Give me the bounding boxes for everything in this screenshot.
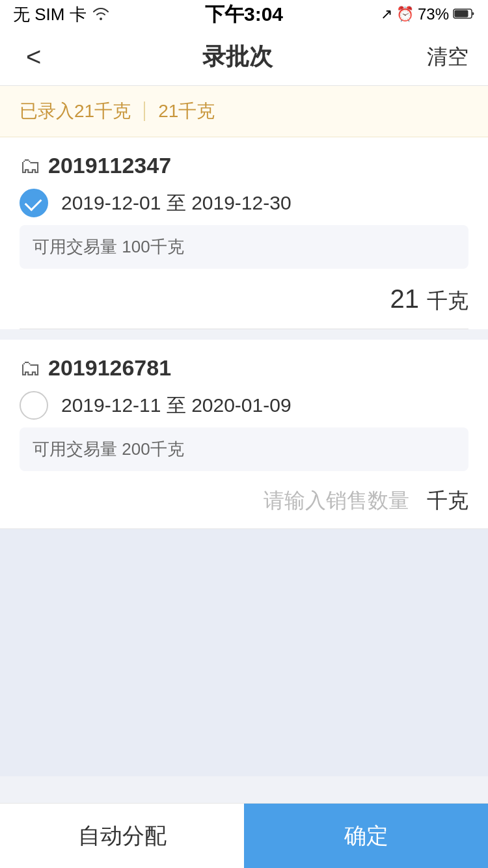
page-title: 录批次 xyxy=(202,41,273,73)
batch-radio-1[interactable] xyxy=(20,189,48,217)
batch-date-row-2[interactable]: 2019-12-11 至 2020-01-09 xyxy=(0,388,488,427)
nav-bar: < 录批次 清空 xyxy=(0,29,488,86)
battery-icon xyxy=(453,5,475,23)
batch-available-1: 可用交易量 100千克 xyxy=(20,225,468,269)
batch-separator xyxy=(0,329,488,340)
recorded-label: 已录入21千克 xyxy=(20,99,131,124)
info-banner: 已录入21千克 21千克 xyxy=(0,86,488,137)
batch-item-2: 🗂 2019126781 2019-12-11 至 2020-01-09 可用交… xyxy=(0,340,488,529)
batch-date-2: 2019-12-11 至 2020-01-09 xyxy=(61,392,291,419)
status-bar: 无 SIM 卡 下午3:04 ↗ ⏰ 73% xyxy=(0,0,488,29)
batch-amount-value-1: 21 xyxy=(390,284,420,314)
clear-button[interactable]: 清空 xyxy=(427,43,468,72)
confirm-button[interactable]: 确定 xyxy=(244,804,488,868)
batch-input-row-2: 千克 xyxy=(0,481,488,529)
info-divider xyxy=(144,102,145,121)
doc-icon-2: 🗂 xyxy=(20,355,42,381)
recorded-amount: 21千克 xyxy=(158,99,215,124)
batch-header-1: 🗂 2019112347 xyxy=(0,137,488,186)
batch-amount-row-1: 21 千克 xyxy=(0,279,488,329)
batch-id-1: 2019112347 xyxy=(48,153,171,178)
batch-id-2: 2019126781 xyxy=(48,355,171,381)
svg-rect-1 xyxy=(455,10,468,18)
alarm-icon: ⏰ xyxy=(396,6,414,23)
status-right: ↗ ⏰ 73% xyxy=(381,5,475,23)
location-icon: ↗ xyxy=(381,6,392,23)
carrier-text: 无 SIM 卡 xyxy=(13,3,87,26)
wifi-icon xyxy=(92,5,110,25)
bottom-filler xyxy=(0,529,488,776)
batch-available-2: 可用交易量 200千克 xyxy=(20,427,468,471)
battery-text: 73% xyxy=(418,5,449,23)
status-left: 无 SIM 卡 xyxy=(13,3,110,26)
bottom-bar: 自动分配 确定 xyxy=(0,803,488,868)
batch-amount-unit-1: 千克 xyxy=(427,287,468,316)
batch-date-1: 2019-12-01 至 2019-12-30 xyxy=(61,190,291,217)
status-time: 下午3:04 xyxy=(205,1,283,28)
back-button[interactable]: < xyxy=(20,36,47,78)
batch-date-row-1[interactable]: 2019-12-01 至 2019-12-30 xyxy=(0,186,488,225)
batch-radio-2[interactable] xyxy=(20,391,48,420)
auto-distribute-button[interactable]: 自动分配 xyxy=(0,804,244,868)
doc-icon-1: 🗂 xyxy=(20,153,42,178)
batch-item-1: 🗂 2019112347 2019-12-01 至 2019-12-30 可用交… xyxy=(0,137,488,329)
batch-input-unit-2: 千克 xyxy=(427,487,468,515)
batch-header-2: 🗂 2019126781 xyxy=(0,340,488,388)
batch-quantity-input-2[interactable] xyxy=(224,489,419,513)
